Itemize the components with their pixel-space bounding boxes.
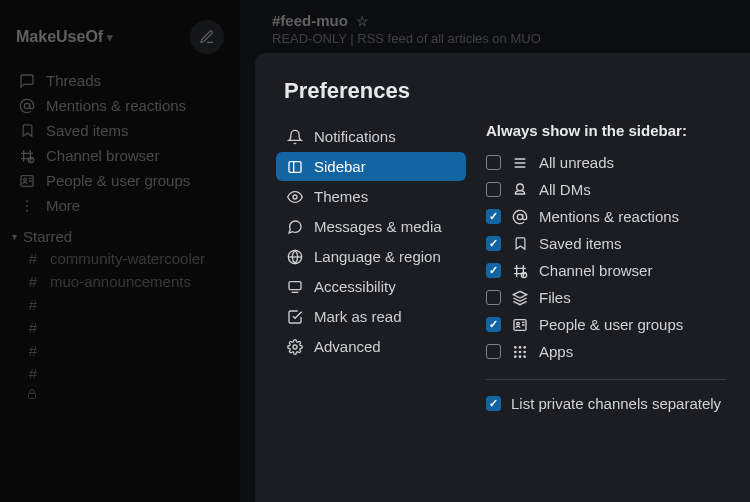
option-mentions[interactable]: Mentions & reactions — [486, 203, 726, 230]
svg-point-23 — [517, 322, 520, 325]
pref-nav-mark-read[interactable]: Mark as read — [276, 302, 466, 331]
pref-nav-language[interactable]: Language & region — [276, 242, 466, 271]
option-label: Files — [539, 289, 571, 306]
option-label: Apps — [539, 343, 573, 360]
divider — [486, 379, 726, 380]
svg-point-24 — [514, 346, 517, 349]
pref-nav-label: Language & region — [314, 248, 441, 265]
pref-nav-label: Mark as read — [314, 308, 402, 325]
globe-icon — [286, 249, 304, 265]
checkbox[interactable] — [486, 344, 501, 359]
option-apps[interactable]: Apps — [486, 338, 726, 365]
option-saved[interactable]: Saved items — [486, 230, 726, 257]
files-icon — [511, 290, 529, 306]
pref-nav-accessibility[interactable]: Accessibility — [276, 272, 466, 301]
pref-nav-label: Themes — [314, 188, 368, 205]
apps-icon — [511, 344, 529, 360]
checkbox[interactable] — [486, 182, 501, 197]
at-icon — [511, 209, 529, 225]
svg-point-32 — [523, 355, 526, 358]
option-label: Mentions & reactions — [539, 208, 679, 225]
option-private-separately[interactable]: List private channels separately — [486, 390, 726, 417]
modal-title: Preferences — [256, 54, 750, 122]
preferences-modal: Preferences Notifications Sidebar Themes… — [256, 54, 750, 502]
svg-marker-21 — [513, 291, 526, 298]
svg-point-27 — [514, 350, 517, 353]
checkbox[interactable] — [486, 290, 501, 305]
checkbox[interactable] — [486, 396, 501, 411]
pref-nav-notifications[interactable]: Notifications — [276, 122, 466, 151]
checkbox[interactable] — [486, 236, 501, 251]
bookmark-icon — [511, 236, 529, 251]
checkbox[interactable] — [486, 263, 501, 278]
svg-rect-13 — [289, 281, 301, 289]
svg-point-25 — [519, 346, 522, 349]
svg-point-29 — [523, 350, 526, 353]
preferences-nav: Notifications Sidebar Themes Messages & … — [276, 122, 466, 417]
svg-rect-8 — [289, 161, 301, 172]
option-all-unreads[interactable]: All unreads — [486, 149, 726, 176]
accessibility-icon — [286, 279, 304, 295]
pref-nav-label: Notifications — [314, 128, 396, 145]
pref-nav-label: Messages & media — [314, 218, 442, 235]
pref-nav-label: Sidebar — [314, 158, 366, 175]
bell-icon — [286, 129, 304, 145]
option-label: Channel browser — [539, 262, 652, 279]
option-label: People & user groups — [539, 316, 683, 333]
check-icon — [286, 309, 304, 325]
pref-nav-messages[interactable]: Messages & media — [276, 212, 466, 241]
pref-nav-label: Accessibility — [314, 278, 396, 295]
option-label: All unreads — [539, 154, 614, 171]
option-files[interactable]: Files — [486, 284, 726, 311]
option-channel-browser[interactable]: Channel browser — [486, 257, 726, 284]
dm-icon — [511, 182, 529, 198]
checkbox[interactable] — [486, 317, 501, 332]
pref-nav-sidebar[interactable]: Sidebar — [276, 152, 466, 181]
svg-point-28 — [519, 350, 522, 353]
svg-point-19 — [517, 214, 522, 219]
eye-icon — [286, 189, 304, 205]
content-heading: Always show in the sidebar: — [486, 122, 726, 139]
pref-nav-themes[interactable]: Themes — [276, 182, 466, 211]
svg-point-31 — [519, 355, 522, 358]
checkbox[interactable] — [486, 209, 501, 224]
option-label: List private channels separately — [511, 395, 721, 412]
people-icon — [511, 317, 529, 333]
sidebar-icon — [286, 159, 304, 175]
preferences-content: Always show in the sidebar: All unreads … — [486, 122, 730, 417]
svg-point-26 — [523, 346, 526, 349]
checkbox[interactable] — [486, 155, 501, 170]
option-all-dms[interactable]: All DMs — [486, 176, 726, 203]
pref-nav-advanced[interactable]: Advanced — [276, 332, 466, 361]
svg-point-30 — [514, 355, 517, 358]
channel-browser-icon — [511, 263, 529, 279]
message-icon — [286, 219, 304, 235]
pref-nav-label: Advanced — [314, 338, 381, 355]
svg-point-10 — [293, 195, 297, 199]
gear-icon — [286, 339, 304, 355]
unreads-icon — [511, 155, 529, 171]
option-label: Saved items — [539, 235, 622, 252]
svg-point-15 — [293, 345, 297, 349]
option-people[interactable]: People & user groups — [486, 311, 726, 338]
option-label: All DMs — [539, 181, 591, 198]
